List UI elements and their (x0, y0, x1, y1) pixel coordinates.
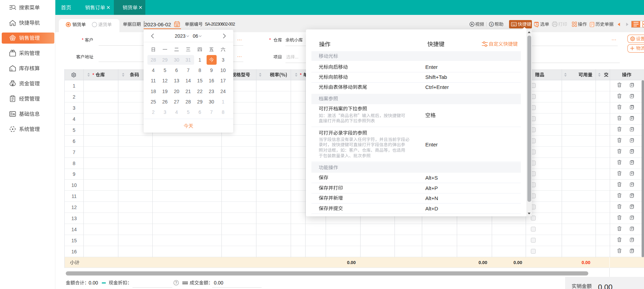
svg-text:?: ? (175, 281, 177, 285)
